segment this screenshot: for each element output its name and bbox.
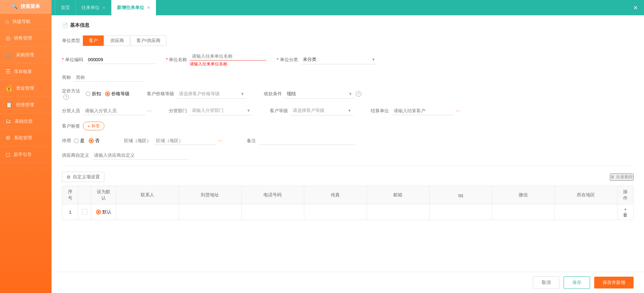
finance-icon: 💰 [6,85,13,91]
customer-level-chevron: ▼ [347,108,351,113]
sidebar-item-inventory[interactable]: ☰ 库存核算 [0,63,52,80]
supplier-custom-row: 供应商自定义 [62,151,634,160]
qq-input[interactable] [433,210,488,215]
unit-name-input[interactable] [190,52,266,60]
guide-icon: ◻ [6,151,10,158]
unit-name-item: 单位名称 请输入往来单位名称 [166,52,267,67]
close-partners-tab[interactable]: ✕ [102,6,105,10]
customer-level-label: 客户等级 [270,108,288,114]
phone-input[interactable] [245,210,300,215]
tab-home[interactable]: 首页 [55,0,76,15]
customer-price-level-select[interactable]: 请选择客户价格等级 ▼ [177,89,246,99]
close-new-partner-tab[interactable]: ✕ [147,6,150,10]
contact-input[interactable] [120,210,175,215]
add-tag-btn[interactable]: + 标签 [83,122,104,130]
department-select[interactable]: 请输入分管部门 ▼ [190,106,252,115]
tab-partners[interactable]: 往来单位 ✕ [76,0,111,15]
unit-category-select[interactable]: 未分类 ▼ [301,55,377,64]
email-input[interactable] [370,210,426,215]
pricing-level-radio[interactable]: 价格等级 [105,91,129,97]
unit-name-wrap: 请输入往来单位名称 [190,52,266,67]
region-cell[interactable] [555,204,617,220]
settlement-more-btn[interactable]: ··· [456,108,460,114]
flag-icon: 📄 [62,23,68,28]
basic-info-icon: 🗂 [6,118,11,124]
fax-cell[interactable] [304,204,367,220]
unit-code-label: 单位编码 [62,57,83,63]
unit-category-chevron: ▼ [371,57,375,62]
col-fax: 传真 [304,186,367,204]
close-window-btn[interactable]: ✕ [630,5,641,11]
save-button[interactable]: 保存 [564,276,590,289]
wechat-input[interactable] [496,210,551,215]
save-new-button[interactable]: 保存并新增 [594,277,634,288]
sidebar-item-purchase[interactable]: 🛒 采购管理 [0,47,52,63]
payment-terms-label: 收款条件 [264,91,282,97]
sidebar-item-system[interactable]: ⚙ 系统管理 [0,130,52,146]
region-input[interactable] [154,137,217,145]
discount-radio-circle [86,91,91,96]
supplier-custom-input[interactable] [92,151,189,160]
unit-type-both-btn[interactable]: 客户/供应商 [131,35,166,46]
col-address: 到货地址 [179,186,241,204]
unit-code-input[interactable] [86,56,156,64]
disabled-yes-radio[interactable]: 是 [74,138,85,144]
home-icon: ⌂ [6,18,9,25]
delete-row-btn[interactable]: 🗑 [623,212,628,218]
cancel-button[interactable]: 取消 [533,276,559,289]
sidebar-item-finance[interactable]: 💰 资金管理 [0,80,52,97]
disabled-radio-group: 是 否 [74,138,100,144]
table-row: 1 默认 [62,204,634,220]
check-cell[interactable] [78,204,91,220]
search-menu[interactable]: 🔍 搜索菜单 [0,0,52,14]
address-input[interactable] [182,210,238,215]
remark-input[interactable] [259,137,356,145]
payment-terms-select[interactable]: 现结 ▼ [285,89,354,99]
tab-new-partner[interactable]: 新增往来单位 ✕ [111,0,156,15]
sidebar-item-basic-info[interactable]: 🗂 基础信息 [0,113,52,130]
sidebar-item-guide[interactable]: ◻ 新手引导 [0,146,52,163]
row-checkbox[interactable] [82,209,87,214]
manager-more-btn[interactable]: ··· [147,108,151,114]
unit-type-customer-btn[interactable]: 客户 [83,35,104,46]
phone-cell[interactable] [241,204,304,220]
settlement-input[interactable] [392,107,454,115]
address-cell[interactable] [179,204,241,220]
fax-input[interactable] [308,210,363,215]
abbr-input[interactable] [74,73,143,82]
customer-level-select[interactable]: 请选择客户等级 ▼ [291,106,353,115]
wechat-cell[interactable] [492,204,555,220]
dept-chevron: ▼ [246,108,250,113]
pricing-help-icon[interactable]: ? [63,94,69,100]
region-more-btn[interactable]: ··· [218,138,222,144]
qq-cell[interactable] [429,204,492,220]
main-area: 首页 往来单位 ✕ 新增往来单位 ✕ ✕ 📄 基本信息 单位类型 客户 供应商 … [52,0,644,293]
department-label: 分管部门 [169,108,187,114]
sidebar-item-quick-nav[interactable]: ⌂ 快捷导航 [0,14,52,30]
add-row-btn[interactable]: + [624,206,627,212]
batch-delete-btn[interactable]: 🗑 批量删除 [610,173,634,181]
disabled-label: 停用 [62,138,71,144]
tab-bar: 首页 往来单位 ✕ 新增往来单位 ✕ ✕ [52,0,644,15]
customer-price-level-label: 客户价格等级 [147,91,174,97]
sidebar-item-sales[interactable]: ◎ 销售管理 [0,30,52,47]
sidebar-item-operations[interactable]: 📋 经营管理 [0,97,52,113]
region-table-input[interactable] [558,210,614,215]
payment-help-icon[interactable]: ? [356,91,361,97]
abbr-label: 简称 [62,74,71,81]
manager-row: 分管人员 ··· 分管部门 请输入分管部门 ▼ 客户等级 请选择客户等级 ▼ 结… [62,106,634,115]
abbr-item: 简称 [62,73,143,82]
manager-item: 分管人员 ··· [62,107,151,115]
default-radio[interactable]: 默认 [95,209,112,215]
supplier-custom-item: 供应商自定义 [62,151,189,160]
disabled-no-radio[interactable]: 否 [89,138,100,144]
custom-settings-btn[interactable]: ⚙ 自定义项设置 [62,172,104,182]
seq-cell: 1 [62,204,78,220]
contact-cell[interactable] [116,204,179,220]
pricing-discount-radio[interactable]: 折扣 [86,91,101,97]
unit-type-supplier-btn[interactable]: 供应商 [104,35,130,46]
manager-input[interactable] [83,107,146,115]
settlement-label: 结算单位 [371,108,389,114]
unit-type-label: 单位类型 [62,38,80,44]
email-cell[interactable] [367,204,429,220]
